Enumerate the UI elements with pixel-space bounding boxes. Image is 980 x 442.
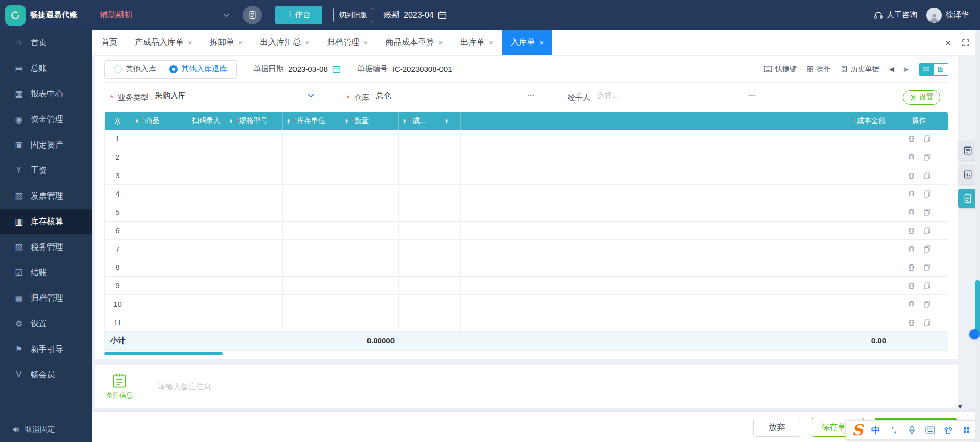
header-product[interactable]: ▲▼ * 商品 扫码录入 bbox=[131, 112, 225, 130]
tab-close-icon[interactable]: × bbox=[305, 38, 310, 47]
cell-product[interactable] bbox=[131, 203, 225, 221]
cell-unit[interactable] bbox=[283, 313, 340, 331]
column-settings-cell[interactable] bbox=[105, 112, 131, 130]
ime-language-toggle[interactable]: 中 bbox=[868, 423, 884, 438]
cell-amount[interactable] bbox=[461, 295, 890, 313]
cell-cost[interactable] bbox=[399, 148, 440, 166]
copy-row-icon[interactable] bbox=[923, 300, 931, 308]
switch-old-version-button[interactable]: 切到旧版 bbox=[333, 8, 373, 22]
copy-row-icon[interactable] bbox=[923, 245, 931, 253]
header-qty[interactable]: ▲▼ * 数量 bbox=[340, 112, 399, 130]
list-view-button[interactable] bbox=[919, 63, 934, 76]
discard-button[interactable]: 放弃 bbox=[753, 418, 800, 437]
sidebar-item[interactable]: ¥ 工资 bbox=[0, 158, 92, 183]
sidebar-item[interactable]: ☑ 结账 bbox=[0, 260, 92, 285]
cell-spec[interactable] bbox=[225, 148, 283, 166]
tab[interactable]: 首页 × bbox=[92, 30, 126, 55]
cell-cost[interactable] bbox=[399, 203, 440, 221]
cell-product[interactable] bbox=[131, 313, 225, 331]
cell-cost[interactable] bbox=[399, 222, 440, 239]
vertical-scrollbar[interactable] bbox=[975, 30, 980, 442]
operations-button[interactable]: 操作 bbox=[806, 65, 831, 74]
cell-qty[interactable] bbox=[340, 203, 399, 221]
sidebar-item[interactable]: ⚑ 新手引导 bbox=[0, 336, 92, 362]
delete-row-icon[interactable] bbox=[908, 227, 915, 235]
tab[interactable]: 入库单 × bbox=[502, 30, 553, 55]
sidebar-item[interactable]: ▩ 归档管理 bbox=[0, 285, 92, 311]
close-all-tabs-icon[interactable]: × bbox=[945, 37, 951, 48]
delete-row-icon[interactable] bbox=[908, 208, 915, 216]
sidebar-item[interactable]: ▨ 税务管理 bbox=[0, 234, 92, 260]
cell-unit[interactable] bbox=[283, 166, 340, 184]
cell-qty[interactable] bbox=[340, 148, 399, 166]
sort-icon[interactable]: ▲▼ bbox=[287, 118, 290, 124]
cell-amount[interactable] bbox=[461, 277, 890, 294]
cell-unit[interactable] bbox=[283, 203, 340, 221]
sidebar-item[interactable]: ▧ 发票管理 bbox=[0, 183, 92, 209]
cell-unit[interactable] bbox=[283, 185, 340, 203]
settings-button[interactable]: 设置 bbox=[903, 90, 940, 105]
handler-picker[interactable]: 选择... ⋯ bbox=[595, 91, 759, 104]
delete-row-icon[interactable] bbox=[908, 263, 915, 272]
cell-unit[interactable] bbox=[283, 222, 340, 239]
cell-spec[interactable] bbox=[225, 313, 283, 331]
sort-icon[interactable]: ▲▼ bbox=[135, 118, 139, 124]
doc-date-value[interactable]: 2023-03-08 bbox=[288, 65, 328, 73]
delete-row-icon[interactable] bbox=[908, 282, 915, 290]
cell-qty[interactable] bbox=[340, 166, 399, 184]
ellipsis-picker-icon[interactable]: ⋯ bbox=[748, 91, 756, 101]
quick-report-icon[interactable] bbox=[958, 165, 977, 184]
tab-close-icon[interactable]: × bbox=[238, 38, 243, 47]
sort-icon[interactable]: ▲▼ bbox=[229, 118, 233, 124]
delete-row-icon[interactable] bbox=[908, 300, 915, 308]
cell-extra[interactable] bbox=[440, 166, 461, 184]
cell-extra[interactable] bbox=[440, 258, 461, 276]
tab-close-icon[interactable]: × bbox=[438, 38, 443, 47]
cell-cost[interactable] bbox=[399, 313, 440, 331]
cell-extra[interactable] bbox=[440, 222, 461, 239]
scroll-position-ball[interactable] bbox=[969, 329, 979, 339]
cell-extra[interactable] bbox=[440, 240, 461, 258]
cell-qty[interactable] bbox=[340, 277, 399, 294]
ime-punctuation-toggle[interactable]: ’, bbox=[886, 423, 901, 438]
header-amount[interactable]: * 成本金额 bbox=[461, 112, 890, 130]
cell-product[interactable] bbox=[131, 240, 225, 258]
cell-amount[interactable] bbox=[461, 130, 890, 148]
cell-extra[interactable] bbox=[440, 313, 461, 331]
cell-extra[interactable] bbox=[440, 277, 461, 294]
cell-extra[interactable] bbox=[440, 148, 461, 166]
cell-extra[interactable] bbox=[440, 130, 461, 148]
quick-doc-list-icon[interactable] bbox=[958, 141, 977, 160]
cell-product[interactable] bbox=[131, 130, 225, 148]
tab[interactable]: 商品成本重算 × bbox=[377, 30, 452, 55]
cell-amount[interactable] bbox=[461, 222, 890, 239]
ellipsis-picker-icon[interactable]: ⋯ bbox=[527, 91, 535, 101]
header-extra[interactable]: ▲▼ bbox=[440, 112, 461, 130]
cell-unit[interactable] bbox=[283, 295, 340, 313]
sidebar-item[interactable]: ⌂ 首页 bbox=[0, 30, 92, 56]
toolbox-grid-icon[interactable] bbox=[959, 423, 974, 438]
tab[interactable]: 产成品入库单 × bbox=[126, 30, 201, 55]
cell-amount[interactable] bbox=[461, 185, 890, 203]
delete-row-icon[interactable] bbox=[908, 135, 915, 143]
horizontal-scrollbar-thumb[interactable] bbox=[104, 352, 223, 355]
microphone-icon[interactable] bbox=[904, 423, 920, 438]
sort-icon[interactable]: ▲▼ bbox=[445, 118, 448, 124]
next-doc-icon[interactable]: ▶ bbox=[904, 65, 909, 73]
cell-unit[interactable] bbox=[283, 258, 340, 276]
cell-spec[interactable] bbox=[225, 295, 283, 313]
cell-cost[interactable] bbox=[399, 258, 440, 276]
period-status-dropdown[interactable]: 辅助期初 bbox=[100, 10, 230, 20]
sort-icon[interactable]: ▲▼ bbox=[345, 118, 348, 124]
tab[interactable]: 出库单 × bbox=[452, 30, 502, 55]
history-docs-button[interactable]: 历史单据 bbox=[841, 65, 879, 74]
cell-qty[interactable] bbox=[340, 130, 399, 148]
workbench-button[interactable]: 工作台 bbox=[275, 6, 322, 24]
sort-icon[interactable]: ▲▼ bbox=[403, 118, 406, 124]
cell-spec[interactable] bbox=[225, 185, 283, 203]
sidebar-item[interactable]: ▣ 固定资产 bbox=[0, 132, 92, 158]
tab-close-icon[interactable]: × bbox=[489, 38, 494, 47]
scroll-down-indicator[interactable]: ▼ bbox=[957, 403, 963, 410]
sidebar-item[interactable]: ▦ 报表中心 bbox=[0, 81, 92, 107]
unpin-sidebar-button[interactable]: 取消固定 bbox=[0, 416, 92, 442]
